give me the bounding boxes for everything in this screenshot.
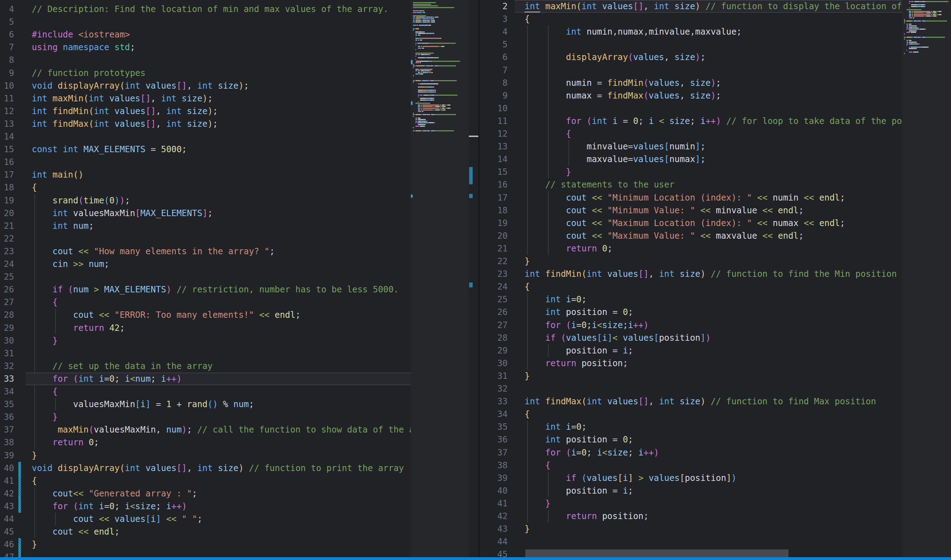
line-number[interactable]: 20 [0, 207, 14, 220]
line-number[interactable]: 27 [491, 319, 508, 332]
code-line[interactable]: } [525, 370, 530, 383]
code-line[interactable]: for (int i = 0; i < size; i++) // for lo… [525, 115, 902, 128]
line-number[interactable]: 43 [491, 523, 508, 535]
code-line[interactable]: int findMax(int values[], int size) // f… [525, 395, 876, 408]
code-line[interactable]: numax = findMax(values, size); [525, 89, 721, 102]
line-number[interactable]: 17 [0, 168, 14, 182]
code-line[interactable]: int i=0; [525, 293, 587, 306]
line-number[interactable]: 7 [0, 41, 14, 54]
line-number[interactable]: 18 [0, 181, 14, 194]
code-line[interactable]: int position = 0; [525, 306, 633, 319]
code-line[interactable]: position = i; [525, 344, 633, 357]
line-number[interactable]: 36 [491, 433, 508, 446]
line-number[interactable]: 33 [491, 395, 508, 408]
line-number[interactable]: 6 [491, 51, 508, 64]
line-number[interactable]: 25 [0, 271, 14, 283]
line-number[interactable]: 23 [491, 268, 508, 281]
code-line[interactable]: #include <iostream> [32, 28, 130, 41]
line-number[interactable]: 11 [0, 92, 14, 105]
code-line[interactable]: // set up the data in the array [32, 360, 213, 373]
code-line[interactable]: for (int i=0; i<num; i++) [32, 372, 182, 386]
code-line[interactable]: } [32, 449, 37, 462]
left-minimap[interactable] [411, 0, 469, 560]
left-editor-pane[interactable]: 4// Description: Find the location of mi… [0, 0, 411, 560]
code-line[interactable]: int findMax(int values[], int size); [32, 118, 218, 131]
code-line[interactable]: position = i; [525, 485, 633, 497]
code-line[interactable]: { [525, 13, 530, 26]
code-line[interactable]: } [525, 166, 571, 178]
line-number[interactable]: 19 [0, 194, 14, 207]
line-number[interactable]: 29 [491, 344, 508, 357]
code-line[interactable]: using namespace std; [32, 41, 135, 54]
code-line[interactable]: // statements to the user [525, 178, 674, 191]
line-number[interactable]: 16 [491, 178, 508, 191]
line-number[interactable]: 39 [491, 472, 508, 485]
line-number[interactable]: 45 [0, 525, 14, 538]
code-line[interactable]: int findMin(int values[], int size); [32, 105, 218, 118]
line-number[interactable]: 17 [491, 191, 508, 205]
line-number[interactable]: 31 [0, 347, 14, 360]
code-line[interactable]: const int MAX_ELEMENTS = 5000; [32, 143, 187, 156]
line-number[interactable]: 19 [491, 217, 508, 230]
code-line[interactable]: int main() [32, 168, 83, 182]
code-line[interactable]: { [525, 459, 550, 472]
code-line[interactable]: { [525, 408, 530, 421]
line-number[interactable]: 39 [0, 449, 14, 462]
line-number[interactable]: 10 [0, 80, 14, 92]
code-line[interactable]: { [525, 128, 571, 140]
line-number[interactable]: 16 [0, 156, 14, 169]
code-line[interactable]: int findMin(int values[], int size) // f… [525, 268, 897, 281]
code-line[interactable]: } [32, 334, 58, 348]
line-number[interactable]: 35 [491, 420, 508, 434]
line-number[interactable]: 41 [0, 475, 14, 488]
line-number[interactable]: 3 [491, 13, 508, 26]
line-number[interactable]: 2 [491, 0, 508, 13]
line-number[interactable]: 24 [491, 280, 508, 294]
line-number[interactable]: 31 [491, 370, 508, 383]
code-line[interactable]: displayArray(values, size); [525, 51, 706, 64]
line-number[interactable]: 30 [0, 334, 14, 348]
line-number[interactable]: 25 [491, 293, 508, 306]
code-line[interactable]: { [32, 181, 37, 194]
line-number[interactable]: 34 [0, 385, 14, 398]
line-number[interactable]: 32 [491, 382, 508, 395]
line-number[interactable]: 6 [0, 28, 14, 41]
horizontal-scrollbar-thumb[interactable] [525, 549, 789, 557]
line-number[interactable]: 40 [491, 485, 508, 497]
line-number[interactable]: 11 [491, 115, 508, 128]
code-line[interactable]: int position = 0; [525, 433, 633, 446]
line-number[interactable]: 29 [0, 322, 14, 335]
code-line[interactable]: int i=0; [525, 420, 587, 434]
code-line[interactable]: int maxMin(int values[], int size) // fu… [525, 0, 902, 13]
code-line[interactable]: return position; [525, 510, 649, 523]
code-line[interactable]: cout << "Minimum Value: " << minvalue <<… [525, 204, 804, 217]
line-number[interactable]: 9 [491, 89, 508, 102]
code-line[interactable]: cout<< "Generated array : "; [32, 487, 197, 500]
line-number[interactable]: 42 [0, 487, 14, 500]
code-line[interactable]: } [525, 497, 550, 510]
code-line[interactable]: maxvalue=values[numax]; [525, 153, 706, 166]
line-number[interactable]: 4 [491, 25, 508, 38]
line-number[interactable]: 14 [491, 153, 508, 166]
line-number[interactable]: 44 [0, 513, 14, 526]
line-number[interactable]: 35 [0, 398, 14, 411]
line-number[interactable]: 7 [491, 64, 508, 77]
line-number[interactable]: 43 [0, 500, 14, 513]
line-number[interactable]: 27 [0, 296, 14, 309]
line-number[interactable]: 13 [491, 140, 508, 153]
code-line[interactable]: // Description: Find the location of min… [32, 3, 388, 16]
line-number[interactable]: 18 [491, 204, 508, 217]
code-line[interactable]: { [525, 280, 530, 294]
line-number[interactable]: 10 [491, 102, 508, 115]
line-number[interactable]: 28 [0, 309, 14, 322]
line-number[interactable]: 41 [491, 497, 508, 510]
code-line[interactable]: void displayArray(int values[], int size… [32, 462, 404, 475]
code-line[interactable]: } [32, 411, 58, 424]
line-number[interactable]: 22 [0, 232, 14, 245]
left-overview-ruler[interactable] [469, 0, 478, 560]
code-line[interactable]: numin = findMin(values, size); [525, 77, 721, 90]
code-line[interactable]: if (values[i]< values[position]) [525, 332, 711, 345]
line-number[interactable]: 13 [0, 118, 14, 131]
code-line[interactable]: return 0; [525, 242, 613, 255]
code-line[interactable]: minvalue=values[numin]; [525, 140, 706, 153]
